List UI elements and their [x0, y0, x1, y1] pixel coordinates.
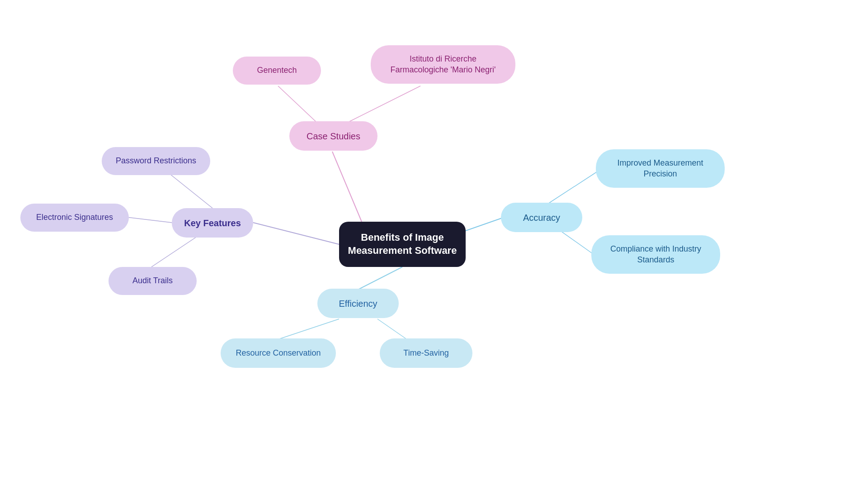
svg-line-11 [278, 319, 339, 339]
svg-line-12 [377, 319, 407, 339]
improved-precision-label: Improved Measurement Precision [617, 158, 703, 179]
genentech-node: Genentech [233, 57, 321, 85]
svg-line-6 [348, 86, 420, 122]
mindmap-canvas: Benefits of Image Measurement Software K… [0, 0, 868, 490]
improved-precision-node: Improved Measurement Precision [596, 149, 725, 188]
istituto-node: Istituto di Ricerche Farmacologiche 'Mar… [371, 45, 515, 84]
svg-line-7 [466, 218, 502, 231]
electronic-signatures-node: Electronic Signatures [20, 204, 129, 232]
key-features-label: Key Features [184, 217, 241, 229]
resource-conservation-label: Resource Conservation [236, 348, 321, 358]
time-saving-label: Time-Saving [403, 348, 448, 358]
efficiency-node: Efficiency [317, 289, 399, 318]
svg-line-2 [127, 217, 172, 223]
efficiency-label: Efficiency [339, 298, 377, 309]
electronic-signatures-label: Electronic Signatures [36, 212, 113, 223]
password-restrictions-label: Password Restrictions [116, 156, 196, 166]
case-studies-label: Case Studies [307, 130, 360, 142]
resource-conservation-node: Resource Conservation [221, 338, 336, 368]
key-features-node: Key Features [172, 208, 253, 238]
svg-line-0 [253, 223, 339, 244]
password-restrictions-node: Password Restrictions [102, 147, 210, 175]
accuracy-node: Accuracy [501, 203, 582, 232]
istituto-label: Istituto di Ricerche Farmacologiche 'Mar… [391, 54, 496, 75]
compliance-label: Compliance with Industry Standards [610, 244, 701, 265]
svg-line-10 [358, 267, 402, 290]
audit-trails-node: Audit Trails [108, 267, 197, 295]
genentech-label: Genentech [257, 65, 297, 76]
time-saving-node: Time-Saving [380, 338, 472, 368]
center-node: Benefits of Image Measurement Software [339, 222, 466, 267]
compliance-node: Compliance with Industry Standards [591, 235, 720, 274]
audit-trails-label: Audit Trails [132, 276, 173, 286]
case-studies-node: Case Studies [289, 121, 377, 151]
svg-line-3 [151, 235, 199, 267]
svg-line-5 [278, 86, 316, 122]
accuracy-label: Accuracy [523, 212, 560, 224]
center-label: Benefits of Image Measurement Software [348, 231, 457, 257]
svg-line-4 [332, 152, 362, 222]
